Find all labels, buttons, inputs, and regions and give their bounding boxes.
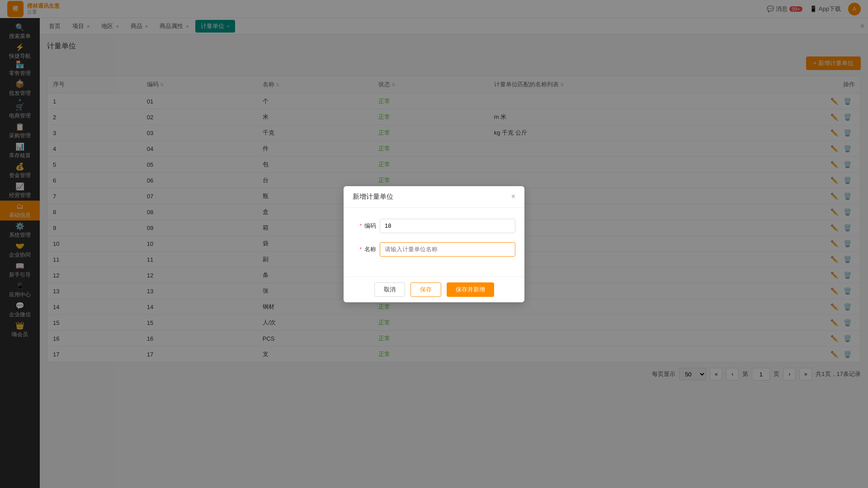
form-row-name: * 名称 <box>353 242 515 257</box>
save-button[interactable]: 保存 <box>410 282 441 297</box>
modal-header: 新增计量单位 × <box>344 186 524 208</box>
modal-close-btn[interactable]: × <box>511 192 515 201</box>
modal-overlay[interactable]: 新增计量单位 × * 编码 * 名称 取消 保存 保存并新增 <box>0 0 868 488</box>
cancel-button[interactable]: 取消 <box>374 282 405 297</box>
add-unit-modal: 新增计量单位 × * 编码 * 名称 取消 保存 保存并新增 <box>344 186 524 302</box>
modal-title: 新增计量单位 <box>353 192 393 201</box>
code-required-star: * <box>359 222 362 229</box>
code-input[interactable] <box>380 219 515 233</box>
name-required-star: * <box>359 246 362 253</box>
name-label: * 名称 <box>353 245 380 253</box>
code-label: * 编码 <box>353 222 380 230</box>
modal-body: * 编码 * 名称 <box>344 208 524 277</box>
save-add-button[interactable]: 保存并新增 <box>447 282 494 297</box>
form-row-code: * 编码 <box>353 219 515 233</box>
modal-footer: 取消 保存 保存并新增 <box>344 277 524 302</box>
name-input[interactable] <box>380 242 515 257</box>
